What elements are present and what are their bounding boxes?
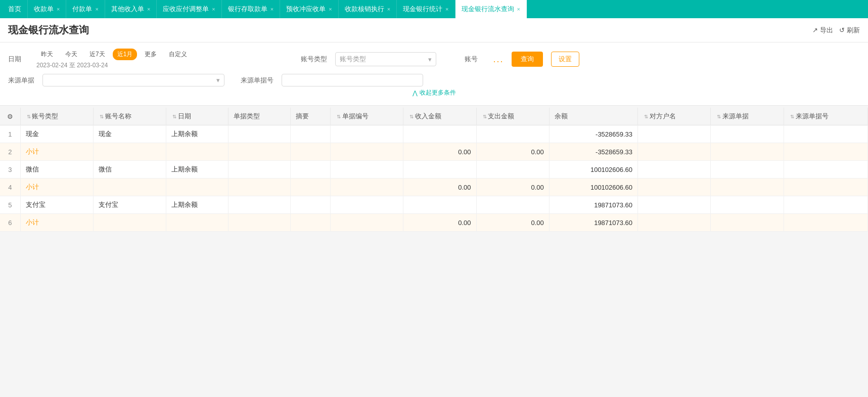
date-btn-自定义[interactable]: 自定义 [164,49,192,60]
col-header-summary: 摘要 [290,108,330,125]
source-doc-label: 来源单据 [8,76,34,85]
cell-index: 1 [0,125,20,143]
col-header-doc_no[interactable]: ⇅ 单据编号 [330,108,403,125]
cell-counterparty [638,161,711,179]
cell-date: 上期余额 [166,125,229,143]
table-header: ⚙⇅ 账号类型⇅ 账号名称⇅ 日期单据类型摘要⇅ 单据编号⇅ 收入金额⇅ 支出金… [0,108,868,125]
cell-source_doc [711,161,784,179]
source-doc-select[interactable]: ▾ [42,74,224,86]
sort-icon: ⇅ [717,114,722,119]
account-type-select[interactable]: 账号类型 ▾ [335,52,436,66]
close-tab-icon[interactable]: × [95,6,98,12]
col-header-doc_type: 单据类型 [228,108,290,125]
cell-expense [476,161,549,179]
collapse-label: 收起更多条件 [420,89,456,97]
cell-expense [476,125,549,143]
source-doc-placeholder [47,76,49,84]
nav-item-预收冲应收单[interactable]: 预收冲应收单× [280,0,338,18]
cell-index: 5 [0,196,20,214]
col-header-income[interactable]: ⇅ 收入金额 [403,108,476,125]
close-tab-icon[interactable]: × [387,6,390,12]
cell-doc_no [330,196,403,214]
cell-doc_type [228,161,290,179]
more-options-dots[interactable]: ... [493,54,504,65]
cell-account_type: 现金 [20,125,93,143]
nav-item-现金银行流水查询[interactable]: 现金银行流水查询× [455,0,527,18]
cell-balance: 100102606.60 [549,161,637,179]
nav-item-银行存取款单[interactable]: 银行存取款单× [222,0,280,18]
nav-item-收款核销执行[interactable]: 收款核销执行× [339,0,397,18]
export-button[interactable]: ↗ 导出 [812,26,833,35]
close-tab-icon[interactable]: × [517,6,520,12]
sort-icon: ⇅ [100,114,105,119]
nav-item-首页[interactable]: 首页 [2,0,28,18]
cell-source_doc [711,196,784,214]
refresh-button[interactable]: ↺ 刷新 [839,26,860,35]
cell-source_doc [711,179,784,196]
close-tab-icon[interactable]: × [270,6,273,12]
filter-row-source: 来源单据 ▾ 来源单据号 [8,74,860,86]
cell-expense: 0.00 [476,179,549,196]
date-btn-更多[interactable]: 更多 [140,49,161,60]
sort-icon: ⇅ [790,114,796,119]
cell-date: 上期余额 [166,196,229,214]
date-label: 日期 [8,55,28,64]
col-header-counterparty[interactable]: ⇅ 对方户名 [638,108,711,125]
col-header-account_name[interactable]: ⇅ 账号名称 [93,108,166,125]
nav-item-其他收入单[interactable]: 其他收入单× [105,0,157,18]
close-tab-icon[interactable]: × [57,6,60,12]
settings-button[interactable]: 设置 [551,52,579,67]
cell-source_doc_no [784,214,867,232]
cell-doc_type [228,143,290,161]
cell-account_name [93,179,166,196]
cell-source_doc_no [784,179,867,196]
query-button[interactable]: 查询 [512,52,543,67]
source-doc-no-input[interactable] [282,74,423,86]
close-tab-icon[interactable]: × [212,6,215,12]
sort-icon: ⇅ [644,114,650,119]
cell-counterparty [638,196,711,214]
page-title: 现金银行流水查询 [8,23,89,37]
table-row: 3微信微信上期余额100102606.60 [0,161,868,179]
cell-doc_type [228,196,290,214]
cell-balance: 100102606.60 [549,179,637,196]
col-header-source_doc_no[interactable]: ⇅ 来源单据号 [784,108,867,125]
date-btn-近1月[interactable]: 近1月 [113,49,138,60]
close-tab-icon[interactable]: × [445,6,448,12]
nav-item-现金银行统计[interactable]: 现金银行统计× [397,0,455,18]
cell-summary [290,179,330,196]
col-header-index: ⚙ [0,108,20,125]
cell-date [166,143,229,161]
col-header-account_type[interactable]: ⇅ 账号类型 [20,108,93,125]
collapse-arrow-icon: ⋀ [413,90,418,97]
cell-date [166,179,229,196]
date-btn-今天[interactable]: 今天 [61,49,82,60]
date-btn-近7天[interactable]: 近7天 [85,49,110,60]
cell-counterparty [638,179,711,196]
col-header-source_doc[interactable]: ⇅ 来源单据 [711,108,784,125]
nav-item-应收应付调整单[interactable]: 应收应付调整单× [157,0,221,18]
cell-doc_no [330,179,403,196]
col-header-expense[interactable]: ⇅ 支出金额 [476,108,549,125]
cell-source_doc_no [784,161,867,179]
table-row: 6小计0.000.0019871073.60 [0,214,868,232]
date-btn-昨天[interactable]: 昨天 [36,49,58,60]
cell-account_type: 小计 [20,214,93,232]
nav-item-付款单[interactable]: 付款单× [66,0,105,18]
collapse-conditions-bar[interactable]: ⋀ 收起更多条件 [8,86,860,99]
cell-balance: 19871073.60 [549,196,637,214]
col-header-balance: 余额 [549,108,637,125]
page-header: 现金银行流水查询 ↗ 导出 ↺ 刷新 [0,18,868,42]
gear-icon[interactable]: ⚙ [7,113,13,120]
cell-summary [290,125,330,143]
cell-account_name [93,143,166,161]
col-header-date[interactable]: ⇅ 日期 [166,108,229,125]
close-tab-icon[interactable]: × [147,6,150,12]
cell-account_name: 现金 [93,125,166,143]
cell-income [403,196,476,214]
close-tab-icon[interactable]: × [329,6,332,12]
cell-income [403,125,476,143]
cell-doc_no [330,125,403,143]
sort-icon: ⇅ [409,114,415,119]
nav-item-收款单[interactable]: 收款单× [28,0,66,18]
